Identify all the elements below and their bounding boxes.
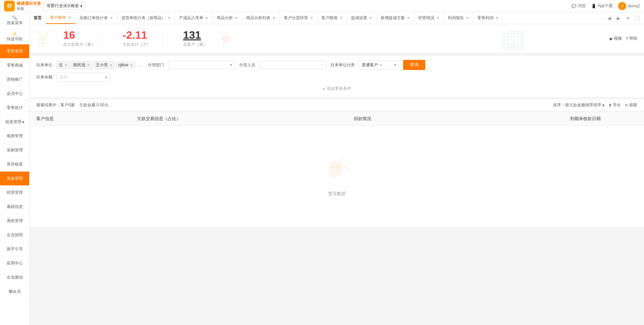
tab-purchase-order-stats[interactable]: 采购订单统计表 ✕ bbox=[76, 12, 117, 24]
sidebar-item-purchase-mgmt[interactable]: 采购管理 bbox=[0, 143, 29, 157]
tag-close-icon[interactable]: ✕ bbox=[380, 63, 382, 67]
sidebar-item-enterprise-collab[interactable]: 企业协同 bbox=[0, 228, 29, 242]
filter-tag-wu[interactable]: 伍 ✕ bbox=[56, 61, 70, 69]
tab-close-icon[interactable]: ✕ bbox=[466, 16, 469, 20]
filter-more-btn[interactable]: ... bbox=[136, 62, 144, 68]
chevron-up-icon: ∧ bbox=[323, 86, 326, 91]
sidebar-item-newbie-guide[interactable]: 新手引导 bbox=[0, 242, 29, 256]
tab-profit-report[interactable]: 利润报告 ✕ bbox=[444, 12, 473, 24]
sidebar-quick-nav[interactable]: ⚡ 快捷导航 bbox=[0, 30, 29, 44]
tab-close-icon[interactable]: ✕ bbox=[110, 16, 113, 20]
tab-new-commission-plan[interactable]: 新增提成方案 ✕ bbox=[377, 12, 414, 24]
sidebar-item-operations-mgmt[interactable]: 经营管理 bbox=[0, 186, 29, 200]
tab-operations[interactable]: 经营情况 ✕ bbox=[414, 12, 444, 24]
tag-close-icon[interactable]: ✕ bbox=[110, 63, 112, 67]
sidebar-item-chang-member[interactable]: 畅会员 bbox=[0, 285, 29, 299]
sidebar-item-retail-stats[interactable]: 零售统计 bbox=[0, 101, 29, 115]
sidebar-item-retail-mall[interactable]: 零售商城 bbox=[0, 59, 29, 73]
stats-bar: ¥ ✦ 🏢 16 总欠款客户（家） -2.11 欠款合计（万） 131 总客户（… bbox=[30, 24, 644, 53]
tab-close-icon[interactable]: ✕ bbox=[205, 16, 208, 20]
filter-tag-chenminqiang[interactable]: 陈民强 ✕ bbox=[71, 61, 92, 69]
collapse-row: ∧ 收起更多条件 bbox=[36, 84, 637, 93]
filter-area: 往来单位 伍 ✕ 陈民强 ✕ 王小亮 ✕ bbox=[30, 56, 644, 97]
tab-prev-btn[interactable]: ◀ bbox=[605, 14, 613, 22]
filter-tag-cjttcw[interactable]: cjttcw ✕ bbox=[116, 62, 135, 68]
sidebar-item-retail-mgmt[interactable]: 零售管理 bbox=[0, 44, 29, 59]
chevron-down-icon: ▾ bbox=[22, 120, 24, 124]
sidebar-item-app-center[interactable]: 应用中心 bbox=[0, 256, 29, 270]
data-table: 客户信息 欠款交易信息（占比） 回款情况 到期未收款日期 bbox=[30, 112, 644, 226]
unit-category-tag[interactable]: 普通客户 ✕ bbox=[362, 62, 382, 68]
stat1-label: 总欠款客户（家） bbox=[63, 42, 95, 47]
sidebar-item-finance-mgmt[interactable]: 资金管理 bbox=[0, 172, 29, 186]
sidebar-item-basic-info[interactable]: 基础信息 bbox=[0, 200, 29, 214]
tab-product-analysis-list[interactable]: 商品分析列表 ✕ bbox=[242, 12, 280, 24]
dept-select[interactable]: ▾ bbox=[168, 61, 235, 69]
app-download-btn[interactable]: 📱 App下载 bbox=[591, 3, 613, 9]
tab-next-btn[interactable]: ▶ bbox=[614, 14, 622, 22]
sidebar-item-wholesale-mgmt[interactable]: 批发管理 ▾ bbox=[0, 115, 29, 129]
tab-finished-products[interactable]: 产成品入库单 ✕ bbox=[175, 12, 213, 24]
tab-close-icon[interactable]: ✕ bbox=[68, 15, 71, 20]
tab-close-icon[interactable]: ✕ bbox=[407, 16, 410, 20]
unit-category-select[interactable]: 普通客户 ✕ ▾ bbox=[359, 61, 399, 70]
tab-customer-account[interactable]: 客户账本 ✕ bbox=[46, 12, 76, 24]
tab-close-icon[interactable]: ✕ bbox=[235, 16, 238, 20]
refresh-button[interactable]: ↻ 刷新 bbox=[625, 102, 637, 108]
tab-close-all-btn[interactable]: ✕ bbox=[624, 14, 632, 22]
svg-point-3 bbox=[337, 166, 339, 168]
collapse-btn[interactable]: ∧ 收起更多条件 bbox=[321, 84, 352, 93]
search-icon: 🔍 bbox=[12, 15, 17, 20]
message-btn[interactable]: 💬 消息 bbox=[571, 3, 586, 9]
tag-close-icon[interactable]: ✕ bbox=[130, 63, 133, 67]
export-button[interactable]: ⬆ 导出 bbox=[608, 102, 621, 108]
logo-icon: 好 bbox=[4, 1, 15, 11]
user-menu[interactable]: d demo2 bbox=[618, 2, 640, 10]
tab-close-icon[interactable]: ✕ bbox=[310, 16, 313, 20]
tab-purchase-stats-by-product[interactable]: 进货单统计表（按商品） ✕ bbox=[117, 12, 175, 24]
tab-home[interactable]: 首页 bbox=[30, 12, 46, 24]
svg-point-2 bbox=[332, 166, 334, 168]
chevron-down-icon: ▾ bbox=[602, 103, 604, 108]
tab-close-icon[interactable]: ✕ bbox=[168, 16, 171, 20]
tag-close-icon[interactable]: ✕ bbox=[87, 63, 90, 67]
tab-customer-contact[interactable]: 客户联络 ✕ bbox=[317, 12, 347, 24]
person-select[interactable]: ··· bbox=[259, 61, 327, 69]
tab-customer-layered[interactable]: 客户分层经营 ✕ bbox=[280, 12, 317, 24]
tab-product-analysis[interactable]: 商品分析 ✕ bbox=[213, 12, 242, 24]
balance-select[interactable]: 选择... ▾ bbox=[56, 73, 110, 82]
tag-close-icon[interactable]: ✕ bbox=[65, 63, 67, 67]
tab-close-icon[interactable]: ✕ bbox=[436, 16, 439, 20]
balance-filter-label: 往来余额 bbox=[36, 74, 52, 80]
sidebar-search[interactable]: 🔍 搜索菜单 bbox=[0, 12, 29, 30]
sidebar-item-marketing[interactable]: 营销推广 bbox=[0, 73, 29, 87]
stat1-value: 16 bbox=[63, 30, 75, 40]
sidebar-item-wechat-work[interactable]: 企业微信 bbox=[0, 270, 29, 285]
stat-all-customers: 131 总客户（家） bbox=[163, 30, 223, 47]
tab-fullscreen-btn[interactable]: ⛶ bbox=[633, 14, 641, 22]
chevron-down-icon: ▾ bbox=[230, 63, 232, 67]
tab-close-icon[interactable]: ✕ bbox=[272, 16, 275, 20]
sidebar: 🔍 搜索菜单 ⚡ 快捷导航 零售管理 零售商城 营销推广 会员中心 零售统计 批… bbox=[0, 12, 30, 325]
filter-tags: 伍 ✕ 陈民强 ✕ 王小亮 ✕ cjttcw ✕ bbox=[56, 61, 144, 69]
stat3-value: 131 bbox=[183, 30, 201, 40]
main-layout: 🔍 搜索菜单 ⚡ 快捷导航 零售管理 零售商城 营销推广 会员中心 零售统计 批… bbox=[0, 12, 644, 325]
avatar: d bbox=[618, 2, 626, 10]
tab-bar: 首页 客户账本 ✕ 采购订单统计表 ✕ 进货单统计表（按商品） ✕ 产成品入库单… bbox=[30, 12, 644, 24]
tab-retail-profit[interactable]: 零售利润 ✕ bbox=[473, 12, 503, 24]
help-link[interactable]: ? 帮助 bbox=[626, 36, 637, 41]
demo-selector[interactable]: 母婴行业演示账套 ▾ bbox=[44, 2, 85, 10]
tab-close-icon[interactable]: ✕ bbox=[369, 16, 372, 20]
filter-tag-wangxiaoliang[interactable]: 王小亮 ✕ bbox=[93, 61, 115, 69]
sidebar-item-system-mgmt[interactable]: 系统管理 bbox=[0, 214, 29, 228]
sort-label: 排序：按欠款金额倒序排序 bbox=[553, 102, 601, 108]
sort-button[interactable]: 排序：按欠款金额倒序排序 ▾ bbox=[553, 102, 604, 108]
tab-close-icon[interactable]: ✕ bbox=[340, 16, 343, 20]
sidebar-item-inventory[interactable]: 库存核算 bbox=[0, 157, 29, 172]
sidebar-item-ecommerce[interactable]: 电商管理 bbox=[0, 129, 29, 143]
tab-commission-settings[interactable]: 提成设置 ✕ bbox=[347, 12, 377, 24]
video-link[interactable]: ▶ 视频 bbox=[610, 36, 622, 41]
tab-close-icon[interactable]: ✕ bbox=[496, 16, 499, 20]
sidebar-item-member-center[interactable]: 会员中心 bbox=[0, 87, 29, 101]
query-button[interactable]: 查询 bbox=[403, 60, 425, 70]
